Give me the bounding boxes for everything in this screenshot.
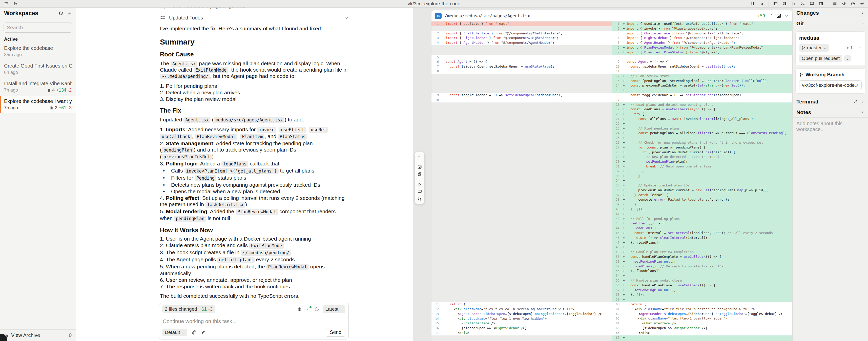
working-branch-field[interactable]: vk/3ccf-explore-the-code: [799, 81, 862, 90]
list-item: 4.The Agent page polls get_all_plans eve…: [160, 256, 349, 263]
more-options-icon[interactable]: [857, 45, 862, 50]
notes-placeholder[interactable]: Add notes about this workspace...: [793, 118, 868, 135]
diff-line: 1-import { useState } from "react";: [431, 22, 612, 26]
open-pull-request-button[interactable]: Open pull request: [799, 55, 842, 62]
add-workspace-icon[interactable]: [67, 11, 72, 16]
diff-body[interactable]: 1-import { useState } from "react";2impo…: [431, 22, 792, 341]
help-icon[interactable]: [850, 1, 855, 6]
diff-mode-icon[interactable]: [776, 13, 781, 19]
notes-section-header[interactable]: Notes: [793, 107, 868, 118]
diff-line: 48+: [612, 245, 792, 250]
message-input[interactable]: [163, 318, 345, 324]
deletions: -2: [68, 88, 72, 93]
git-section-header[interactable]: Git: [793, 18, 868, 29]
git-compare-icon[interactable]: [791, 1, 796, 6]
workspace-item[interactable]: Install and integrate Vibe Kanban Web C7…: [0, 78, 76, 96]
todos-status-icon[interactable]: [306, 307, 311, 312]
theme-contrast-icon[interactable]: [782, 1, 787, 6]
model-dropdown[interactable]: Default⌄: [162, 329, 187, 336]
changes-section-header[interactable]: Changes: [793, 8, 868, 18]
archive-box-icon[interactable]: [4, 1, 9, 6]
diff-line: 15+: [612, 88, 792, 93]
workspace-search[interactable]: [4, 23, 72, 33]
branch-dropdown[interactable]: master ⌄: [799, 44, 829, 52]
copy-icon[interactable]: [417, 172, 422, 177]
diff-line: 34+: [612, 178, 792, 183]
composer-toolbar: Default⌄ Send: [159, 327, 348, 339]
pause-icon[interactable]: [750, 1, 755, 6]
git-compare-icon[interactable]: [417, 196, 422, 202]
panel-left-icon[interactable]: [773, 1, 778, 6]
diff-line: 63 <div className="flex flex-1 overflow-…: [612, 316, 792, 321]
diff-line: 5: [431, 55, 612, 60]
terminal-icon[interactable]: [800, 1, 805, 6]
diff-line: 29+ // New plan detected - open the moda…: [612, 155, 792, 159]
file-icon: [50, 106, 53, 110]
tool-call-row[interactable]: Updated Todos: [160, 15, 349, 21]
chevron-down-icon[interactable]: [344, 16, 349, 20]
diff-line: 54+: [612, 274, 792, 278]
diff-line: 11: [612, 69, 792, 74]
collapse-file-icon[interactable]: [784, 14, 789, 18]
inline-code: Agent.tsx: [170, 61, 197, 67]
git-panel: Changes Git medusa master ⌄ 1: [793, 8, 868, 341]
send-button[interactable]: Send: [326, 328, 345, 337]
diff-line: 22+: [612, 121, 792, 126]
list-item: 2.Claude enters plan mode and calls Exit…: [160, 242, 349, 249]
expand-icon[interactable]: [853, 100, 857, 104]
diff-line: 46+ return () => clearInterval(interval)…: [612, 236, 792, 240]
diff-line: 1+import { useState, useEffect, useRef, …: [612, 22, 792, 26]
diff-file-header[interactable]: TS /medusa/medusa/src/pages/Agent.tsx +5…: [431, 10, 792, 22]
edit-pencil-icon[interactable]: [855, 83, 859, 87]
list-item: 5.Modal rendering: Added the PlanReviewM…: [160, 208, 349, 222]
diff-line: 3import { RightSidebar } from "@/compone…: [431, 36, 612, 40]
files-changed-badge[interactable]: 2 files changed +61 -3: [162, 305, 215, 313]
typescript-file-icon: TS: [435, 13, 442, 19]
gear-icon[interactable]: [860, 1, 864, 6]
git-branch-icon: [802, 46, 805, 50]
diff-line: 10 const [sidebarOpen, setSidebarOpen] =…: [612, 64, 792, 69]
window-title: vk/3ccf-explore-the-code: [408, 1, 460, 7]
version-dropdown[interactable]: Latest⌄: [323, 305, 346, 313]
view-archive-button[interactable]: View Archive 0: [0, 329, 76, 341]
drag-handle-icon[interactable]: [417, 154, 422, 159]
chat-list: 1.Imports: Added necessary imports for i…: [160, 126, 349, 222]
panel-right-icon[interactable]: [819, 1, 824, 6]
menu-icon[interactable]: [832, 1, 837, 6]
workspace-item[interactable]: Create Good First Issues on Github So pe…: [0, 60, 76, 78]
workspace-item[interactable]: Explore the codebase I want you to expl7…: [0, 96, 76, 113]
chat-transcript[interactable]: npm run build 2>&1 | tail -80The build c…: [76, 8, 413, 301]
chevron-right-icon: [861, 100, 864, 103]
additions: +134: [56, 88, 66, 93]
list-item: 7.The response is written back and the h…: [160, 283, 349, 290]
repo-card: medusa master ⌄ 1 Open pull request ⌄: [795, 31, 865, 66]
diff-ignore-icon[interactable]: [417, 164, 422, 169]
diff-line: 7+import { PlanItem, PlanStatus } from "…: [612, 50, 792, 55]
diff-line: 9const Agent = () => {: [612, 59, 792, 64]
sparkle-icon[interactable]: [297, 307, 302, 312]
diff-line: 14+ const previousPlanIdsRef = useRef<Se…: [612, 83, 792, 88]
layers-icon[interactable]: [58, 11, 63, 16]
diff-line: 17: [612, 98, 792, 102]
terminal-section-header[interactable]: Terminal: [793, 96, 868, 107]
workspace-item[interactable]: Explore the codebase35m ago: [0, 42, 76, 60]
sign-out-icon[interactable]: [13, 1, 18, 6]
tool-call-row[interactable]: Read medusa/src/pages/Agent.tsx: [160, 8, 349, 9]
diff-line: 68+ {/* Plan Review Modal */}: [612, 340, 792, 341]
pr-options-button[interactable]: ⌄: [844, 55, 851, 61]
pen-icon[interactable]: [201, 330, 206, 335]
search-input[interactable]: [4, 23, 72, 33]
monitor-icon[interactable]: [810, 1, 814, 6]
diff-line: 55+ // Handle plan modal close: [612, 278, 792, 283]
working-branch-value: vk/3ccf-explore-the-code: [802, 83, 855, 88]
diff-line: 58+ }, []);: [612, 292, 792, 297]
run-icon[interactable]: [417, 182, 422, 187]
megaphone-icon[interactable]: [841, 1, 846, 6]
diff-line: 41+: [612, 212, 792, 217]
diff-line: 25+: [612, 135, 792, 141]
diff-line: 37+ } catch (error) {: [612, 193, 792, 197]
collapse-up-icon[interactable]: [760, 1, 764, 6]
monitor-icon[interactable]: [417, 189, 422, 194]
chat-list: 1.Poll for pending plans2.Detect when a …: [160, 83, 349, 102]
attachment-icon[interactable]: [192, 330, 196, 335]
